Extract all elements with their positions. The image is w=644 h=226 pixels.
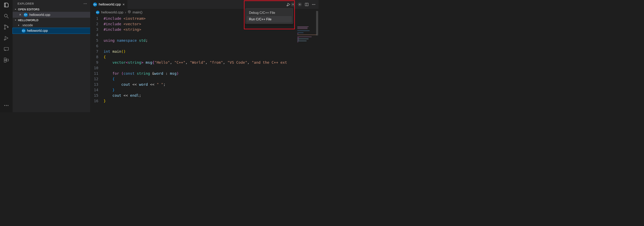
chevron-right-icon [17,24,20,27]
sidebar-more-icon[interactable] [83,2,87,6]
code-line[interactable]: 6 [92,43,318,49]
code-line[interactable]: 9 vector<string> msg{"Hello", "C++", "Wo… [92,60,318,65]
chevron-down-icon [14,18,17,22]
editor-tabs: C+ helloworld.cpp × [90,0,318,9]
run-debug-play-icon[interactable] [286,2,291,7]
code-line[interactable]: 4 [92,32,318,38]
code-line[interactable]: 3#include <string> [92,27,318,32]
open-editor-item[interactable]: × C+ helloworld.cpp [13,12,90,18]
svg-rect-9 [4,60,6,62]
run-dropdown-chevron[interactable] [291,3,295,6]
explorer-sidebar: EXPLORER OPEN EDITORS × C+ helloworld.cp… [13,0,90,112]
code-content[interactable]: 1#include <iostream>2#include <vector>3#… [90,16,318,104]
cpp-file-icon: C+ [96,10,100,14]
breadcrumb-symbol[interactable]: main() [132,10,142,14]
tree-file-helloworld[interactable]: C+ helloworld.cpp [13,28,90,34]
svg-point-21 [312,4,313,5]
svg-point-16 [86,3,87,4]
activity-bar [0,0,13,112]
svg-line-1 [7,17,8,18]
breadcrumb-separator: › [125,10,126,14]
more-icon[interactable] [312,2,316,6]
code-line[interactable]: 11 for (const string &word : msg) [92,71,318,76]
search-icon[interactable] [3,13,10,19]
workspace-label: HELLOWORLD [18,18,38,22]
code-line[interactable]: 5using namespace std; [92,38,318,43]
svg-point-12 [6,105,7,106]
menu-item-debug[interactable]: Debug C/C++ File [246,9,292,16]
code-line[interactable]: 12 { [92,76,318,82]
explorer-icon[interactable] [3,2,10,8]
extensions-icon[interactable] [3,57,10,63]
symbol-method-icon [128,10,131,14]
code-line[interactable]: 15 cout << endl; [92,93,318,98]
svg-point-0 [4,14,7,17]
svg-point-14 [84,3,84,4]
open-editors-label: OPEN EDITORS [18,8,40,11]
app-root: EXPLORER OPEN EDITORS × C+ helloworld.cp… [0,0,318,112]
editor-tab[interactable]: C+ helloworld.cpp × [90,0,128,9]
remote-icon[interactable] [3,46,10,52]
close-icon[interactable]: × [122,2,125,7]
svg-point-15 [85,3,86,4]
code-line[interactable]: 8{ [92,54,318,60]
cpp-file-icon: C+ [93,2,97,6]
run-dropdown-menu: Debug C/C++ File Run C/C++ File [245,8,293,24]
open-editors-section[interactable]: OPEN EDITORS [13,7,90,12]
sidebar-header: EXPLORER [13,0,90,7]
cpp-file-icon: C+ [24,13,28,17]
run-debug-icon[interactable] [3,35,10,41]
menu-item-run[interactable]: Run C/C++ File [246,16,292,22]
tree-item-label: helloworld.cpp [27,29,48,32]
source-control-icon[interactable] [3,24,10,30]
svg-point-23 [314,4,315,5]
code-line[interactable]: 10 [92,65,318,71]
svg-rect-10 [6,59,8,61]
code-line[interactable]: 13 cout << word << " "; [92,82,318,87]
breadcrumb-file[interactable]: helloworld.cpp [101,10,124,14]
vertical-scrollbar[interactable] [316,9,318,112]
split-editor-icon[interactable] [305,2,309,6]
svg-point-18 [299,4,300,5]
code-line[interactable]: 16} [92,98,318,104]
chevron-down-icon [14,8,17,11]
editor-body[interactable]: 1#include <iostream>2#include <vector>3#… [90,16,318,112]
cpp-file-icon: C+ [22,29,26,33]
code-line[interactable]: 14 } [92,87,318,93]
workspace-section[interactable]: HELLOWORLD [13,18,90,22]
svg-point-11 [4,105,5,106]
svg-point-13 [8,105,8,106]
svg-point-17 [287,5,288,6]
close-icon[interactable]: × [18,13,22,17]
svg-point-22 [313,4,314,5]
sidebar-title: EXPLORER [18,2,34,5]
editor-area: C+ helloworld.cpp × [90,0,318,112]
svg-point-4 [7,26,8,28]
tab-label: helloworld.cpp [99,2,121,6]
gear-icon[interactable] [298,2,302,6]
more-icon[interactable] [3,102,10,109]
svg-point-5 [4,39,5,40]
scrollbar-thumb[interactable] [316,11,318,35]
code-line[interactable]: 7int main() [92,49,318,54]
svg-rect-8 [4,58,6,60]
svg-point-2 [4,25,6,26]
svg-point-3 [4,28,6,29]
tree-item-label: .vscode [22,23,33,27]
open-editor-filename: helloworld.cpp [29,13,50,17]
tree-folder-vscode[interactable]: .vscode [13,22,90,28]
editor-actions [286,2,318,7]
